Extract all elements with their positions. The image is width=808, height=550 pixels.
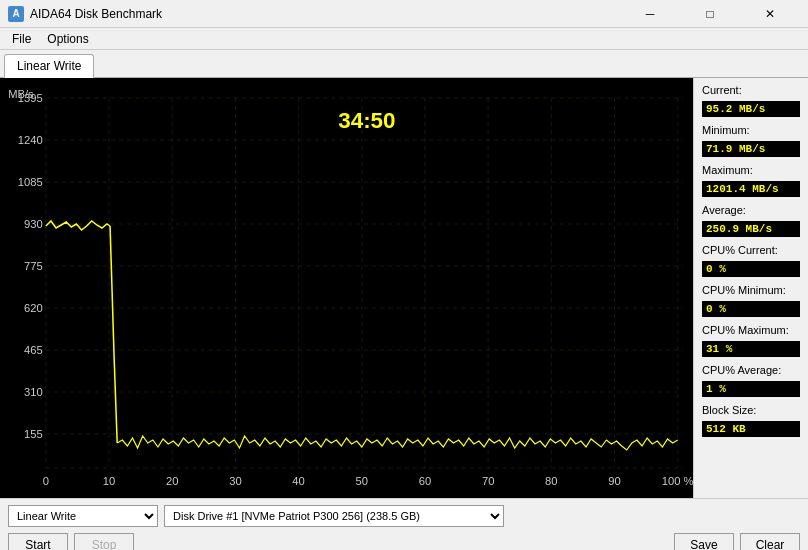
cpu-maximum-label: CPU% Maximum:	[702, 324, 800, 336]
svg-text:MB/s: MB/s	[8, 88, 34, 100]
svg-text:40: 40	[292, 475, 304, 487]
cpu-current-value: 0 %	[702, 261, 800, 277]
current-value: 95.2 MB/s	[702, 101, 800, 117]
menu-file[interactable]: File	[4, 30, 39, 48]
svg-rect-0	[0, 78, 693, 498]
svg-text:930: 930	[24, 218, 43, 230]
chart-svg: 1395 1240 1085 930 775 620 465 310 155 M…	[0, 78, 693, 498]
drive-select[interactable]: Disk Drive #1 [NVMe Patriot P300 256] (2…	[164, 505, 504, 527]
stop-button[interactable]: Stop	[74, 533, 134, 550]
bottom-toolbar: Linear Write Linear Read Random Write Ra…	[0, 498, 808, 550]
toolbar-row2: Start Stop Save Clear	[8, 533, 800, 550]
svg-text:10: 10	[103, 475, 115, 487]
svg-text:90: 90	[608, 475, 620, 487]
svg-text:1085: 1085	[18, 176, 43, 188]
block-size-label: Block Size:	[702, 404, 800, 416]
window-title: AIDA64 Disk Benchmark	[30, 7, 162, 21]
svg-text:50: 50	[356, 475, 368, 487]
svg-text:70: 70	[482, 475, 494, 487]
cpu-minimum-label: CPU% Minimum:	[702, 284, 800, 296]
svg-text:465: 465	[24, 344, 43, 356]
cpu-current-label: CPU% Current:	[702, 244, 800, 256]
svg-text:0: 0	[43, 475, 49, 487]
current-label: Current:	[702, 84, 800, 96]
svg-text:620: 620	[24, 302, 43, 314]
svg-text:34:50: 34:50	[338, 108, 395, 133]
toolbar-row1: Linear Write Linear Read Random Write Ra…	[8, 505, 800, 527]
svg-text:100 %: 100 %	[662, 475, 693, 487]
tab-linear-write[interactable]: Linear Write	[4, 54, 94, 78]
svg-text:60: 60	[419, 475, 431, 487]
svg-text:20: 20	[166, 475, 178, 487]
svg-text:80: 80	[545, 475, 557, 487]
menu-options[interactable]: Options	[39, 30, 96, 48]
cpu-minimum-value: 0 %	[702, 301, 800, 317]
app-icon: A	[8, 6, 24, 22]
window-controls: ─ □ ✕	[620, 0, 800, 28]
minimum-label: Minimum:	[702, 124, 800, 136]
menu-bar: File Options	[0, 28, 808, 50]
svg-text:1240: 1240	[18, 134, 43, 146]
minimum-value: 71.9 MB/s	[702, 141, 800, 157]
average-label: Average:	[702, 204, 800, 216]
start-button[interactable]: Start	[8, 533, 68, 550]
chart-area: 1395 1240 1085 930 775 620 465 310 155 M…	[0, 78, 693, 498]
svg-text:30: 30	[229, 475, 241, 487]
clear-button[interactable]: Clear	[740, 533, 800, 550]
title-bar: A AIDA64 Disk Benchmark ─ □ ✕	[0, 0, 808, 28]
cpu-average-value: 1 %	[702, 381, 800, 397]
maximize-button[interactable]: □	[680, 0, 740, 28]
block-size-value: 512 KB	[702, 421, 800, 437]
close-button[interactable]: ✕	[740, 0, 800, 28]
svg-text:310: 310	[24, 386, 43, 398]
cpu-maximum-value: 31 %	[702, 341, 800, 357]
minimize-button[interactable]: ─	[620, 0, 680, 28]
main-content: 1395 1240 1085 930 775 620 465 310 155 M…	[0, 78, 808, 498]
maximum-label: Maximum:	[702, 164, 800, 176]
save-button[interactable]: Save	[674, 533, 734, 550]
svg-text:155: 155	[24, 428, 43, 440]
benchmark-select[interactable]: Linear Write Linear Read Random Write Ra…	[8, 505, 158, 527]
tab-bar: Linear Write	[0, 50, 808, 78]
average-value: 250.9 MB/s	[702, 221, 800, 237]
svg-text:775: 775	[24, 260, 43, 272]
stats-panel: Current: 95.2 MB/s Minimum: 71.9 MB/s Ma…	[693, 78, 808, 498]
cpu-average-label: CPU% Average:	[702, 364, 800, 376]
maximum-value: 1201.4 MB/s	[702, 181, 800, 197]
